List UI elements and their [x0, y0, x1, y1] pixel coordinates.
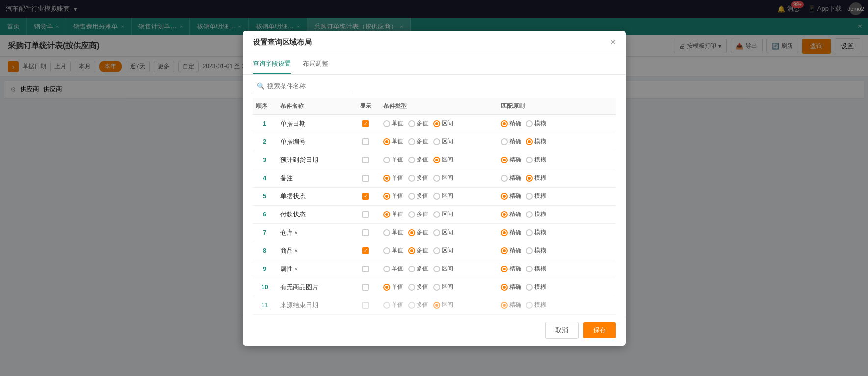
col-order-header: 顺序	[253, 102, 277, 103]
modal-overlay: 设置查询区域布局 × 查询字段设置 布局调整 🔍 顺序 条件名称	[0, 0, 868, 103]
modal-table: 顺序 条件名称 显示 条件类型 匹配原则 1 单据日期 ✓ 单值	[243, 98, 626, 103]
col-name-header: 条件名称	[277, 102, 351, 103]
col-condtype-header: 条件类型	[380, 102, 498, 103]
modal-tab-bar: 查询字段设置 布局调整	[243, 54, 626, 75]
table-header-row: 顺序 条件名称 显示 条件类型 匹配原则	[253, 98, 616, 103]
modal-tab-fields-label: 查询字段设置	[253, 60, 291, 67]
modal-tab-layout[interactable]: 布局调整	[303, 54, 328, 74]
col-display-header: 显示	[351, 102, 380, 103]
modal-title: 设置查询区域布局	[253, 38, 312, 47]
modal-header: 设置查询区域布局 ×	[243, 31, 626, 54]
search-input[interactable]	[267, 82, 346, 90]
modal-tab-layout-label: 布局调整	[303, 60, 328, 67]
modal-tab-fields[interactable]: 查询字段设置	[253, 54, 291, 74]
search-icon: 🔍	[257, 82, 264, 90]
col-match-header: 匹配原则	[498, 102, 616, 103]
search-box: 🔍	[253, 81, 351, 92]
modal-close-button[interactable]: ×	[610, 38, 616, 47]
settings-modal: 设置查询区域布局 × 查询字段设置 布局调整 🔍 顺序 条件名称	[243, 31, 626, 103]
modal-search-area: 🔍	[243, 75, 626, 98]
